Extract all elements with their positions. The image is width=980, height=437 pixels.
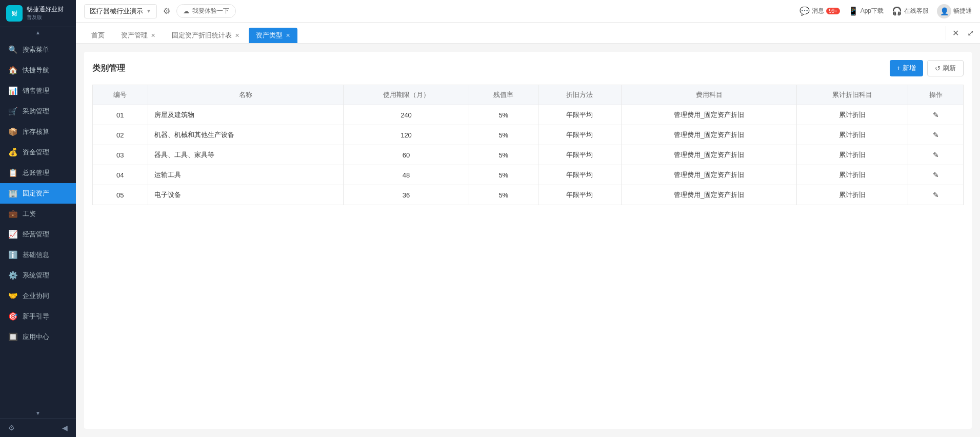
header-right: 💬 消息 99+ 📱 App下载 🎧 在线客服 👤 畅捷通	[799, 4, 972, 18]
cell-period: 36	[344, 185, 469, 205]
tab-depreciation-table[interactable]: 固定资产折旧统计表✕	[165, 28, 247, 43]
cell-expense[interactable]: 管理费用_固定资产折旧	[622, 145, 797, 165]
sidebar-icon-capital: 💰	[8, 148, 17, 157]
table-col-累计折旧科目: 累计折旧科目	[797, 85, 908, 105]
cell-accumulated[interactable]: 累计折旧	[797, 105, 908, 125]
settings-footer-icon[interactable]: ⚙	[8, 424, 15, 432]
cell-expense[interactable]: 管理费用_固定资产折旧	[622, 105, 797, 125]
logo-sub: 普及版	[27, 14, 64, 21]
sidebar-scroll-up[interactable]: ▲	[0, 27, 76, 37]
sidebar-scroll-down[interactable]: ▼	[0, 408, 76, 418]
page-title: 类别管理	[92, 63, 125, 74]
dropdown-arrow-icon: ▼	[146, 8, 151, 14]
tab-close-asset-type[interactable]: ✕	[286, 32, 290, 39]
sidebar-item-fixed-assets[interactable]: 🏢 固定资产	[0, 183, 76, 204]
sidebar-item-business[interactable]: 📈 经营管理	[0, 224, 76, 245]
table-col-使用期限（月）: 使用期限（月）	[344, 85, 469, 105]
table-col-编号: 编号	[93, 85, 148, 105]
sidebar-item-search[interactable]: 🔍 搜索菜单	[0, 39, 76, 60]
experience-button[interactable]: ☁ 我要体验一下	[176, 4, 236, 18]
sidebar-item-inventory[interactable]: 📦 库存核算	[0, 122, 76, 142]
cell-action[interactable]: ✎	[908, 105, 964, 125]
sidebar-label-purchase: 采购管理	[23, 107, 49, 116]
new-button[interactable]: + 新增	[890, 60, 923, 76]
tab-home[interactable]: 首页	[84, 28, 112, 43]
sidebar-item-system[interactable]: ⚙️ 系统管理	[0, 265, 76, 286]
table-col-名称: 名称	[148, 85, 344, 105]
sidebar-item-purchase[interactable]: 🛒 采购管理	[0, 101, 76, 122]
table-header-row: 编号名称使用期限（月）残值率折旧方法费用科目累计折旧科目操作	[93, 85, 964, 105]
cell-id[interactable]: 05	[93, 185, 148, 205]
sidebar-icon-quick-nav: 🏠	[8, 66, 17, 75]
sidebar-icon-search: 🔍	[8, 45, 17, 54]
sidebar-item-sales[interactable]: 📊 销售管理	[0, 81, 76, 101]
cell-accumulated[interactable]: 累计折旧	[797, 185, 908, 205]
page-actions: + 新增 ↺ 刷新	[890, 60, 964, 76]
sidebar-item-quick-nav[interactable]: 🏠 快捷导航	[0, 60, 76, 81]
tab-bar: 首页资产管理✕固定资产折旧统计表✕资产类型✕	[76, 23, 946, 43]
cell-id[interactable]: 03	[93, 145, 148, 165]
cell-period: 60	[344, 145, 469, 165]
close-window-button[interactable]: ✕	[950, 26, 961, 40]
sidebar-icon-inventory: 📦	[8, 127, 17, 136]
top-header: 医疗器械行业演示 ▼ ⚙ ☁ 我要体验一下 💬 消息 99+ 📱 App下载 🎧…	[76, 0, 980, 23]
cell-expense[interactable]: 管理费用_固定资产折旧	[622, 125, 797, 145]
refresh-icon: ↺	[935, 65, 941, 72]
tab-close-depreciation-table[interactable]: ✕	[235, 32, 239, 39]
sidebar-item-enterprise[interactable]: 🤝 企业协同	[0, 286, 76, 306]
cell-action[interactable]: ✎	[908, 125, 964, 145]
refresh-button[interactable]: ↺ 刷新	[927, 60, 964, 76]
tab-asset-type[interactable]: 资产类型✕	[249, 28, 297, 43]
online-service-action[interactable]: 🎧 在线客服	[892, 6, 929, 16]
sidebar-icon-salary: 💼	[8, 209, 17, 218]
message-label: 消息	[812, 7, 824, 15]
cell-accumulated[interactable]: 累计折旧	[797, 165, 908, 185]
tab-label-asset-management: 资产管理	[121, 31, 148, 40]
sidebar-label-app-center: 应用中心	[23, 332, 49, 342]
app-download-label: App下载	[861, 7, 884, 15]
cell-method: 年限平均	[538, 185, 621, 205]
sidebar-label-system: 系统管理	[23, 271, 49, 280]
maximize-window-button[interactable]: ⤢	[965, 26, 976, 40]
tab-label-home: 首页	[91, 31, 105, 40]
app-download-action[interactable]: 📱 App下载	[848, 6, 884, 16]
cell-action[interactable]: ✎	[908, 165, 964, 185]
cell-action[interactable]: ✎	[908, 145, 964, 165]
cell-expense[interactable]: 管理费用_固定资产折旧	[622, 165, 797, 185]
user-action[interactable]: 👤 畅捷通	[937, 4, 972, 18]
company-selector[interactable]: 医疗器械行业演示 ▼	[84, 4, 157, 18]
table-row: 01房屋及建筑物2405%年限平均管理费用_固定资产折旧累计折旧✎	[93, 105, 964, 125]
table-row: 03器具、工具、家具等605%年限平均管理费用_固定资产折旧累计折旧✎	[93, 145, 964, 165]
service-icon: 🎧	[892, 6, 902, 16]
data-table: 编号名称使用期限（月）残值率折旧方法费用科目累计折旧科目操作 01房屋及建筑物2…	[92, 85, 964, 205]
header-left: 医疗器械行业演示 ▼ ⚙ ☁ 我要体验一下	[84, 4, 793, 18]
cell-id[interactable]: 04	[93, 165, 148, 185]
cell-accumulated[interactable]: 累计折旧	[797, 145, 908, 165]
sidebar-item-capital[interactable]: 💰 资金管理	[0, 142, 76, 163]
message-action[interactable]: 💬 消息 99+	[799, 6, 839, 16]
table-col-折旧方法: 折旧方法	[538, 85, 621, 105]
cell-name: 房屋及建筑物	[148, 105, 344, 125]
cell-id[interactable]: 01	[93, 105, 148, 125]
sidebar-label-fixed-assets: 固定资产	[23, 189, 49, 198]
cell-accumulated[interactable]: 累计折旧	[797, 125, 908, 145]
tab-asset-management[interactable]: 资产管理✕	[114, 28, 163, 43]
header-settings-icon[interactable]: ⚙	[161, 4, 172, 18]
collapse-icon[interactable]: ◀	[62, 424, 68, 432]
cell-period: 120	[344, 125, 469, 145]
sidebar-item-ledger[interactable]: 📋 总账管理	[0, 163, 76, 183]
sidebar-footer: ⚙ ◀	[0, 418, 76, 437]
sidebar-label-guide: 新手引导	[23, 312, 49, 321]
sidebar-item-basic-info[interactable]: ℹ️ 基础信息	[0, 245, 76, 265]
sidebar-icon-sales: 📊	[8, 86, 17, 95]
sidebar-item-guide[interactable]: 🎯 新手引导	[0, 306, 76, 327]
sidebar-item-app-center[interactable]: 🔲 应用中心	[0, 327, 76, 347]
cell-action[interactable]: ✎	[908, 185, 964, 205]
sidebar-item-salary[interactable]: 💼 工资	[0, 204, 76, 224]
tab-close-asset-management[interactable]: ✕	[151, 32, 155, 39]
sidebar: 财 畅捷通好业财 普及版 ▲ 🔍 搜索菜单 🏠 快捷导航 📊 销售管理 🛒 采购…	[0, 0, 76, 437]
sidebar-icon-fixed-assets: 🏢	[8, 189, 17, 198]
badge-plus: +	[834, 9, 837, 14]
cell-id[interactable]: 02	[93, 125, 148, 145]
cell-expense[interactable]: 管理费用_固定资产折旧	[622, 185, 797, 205]
